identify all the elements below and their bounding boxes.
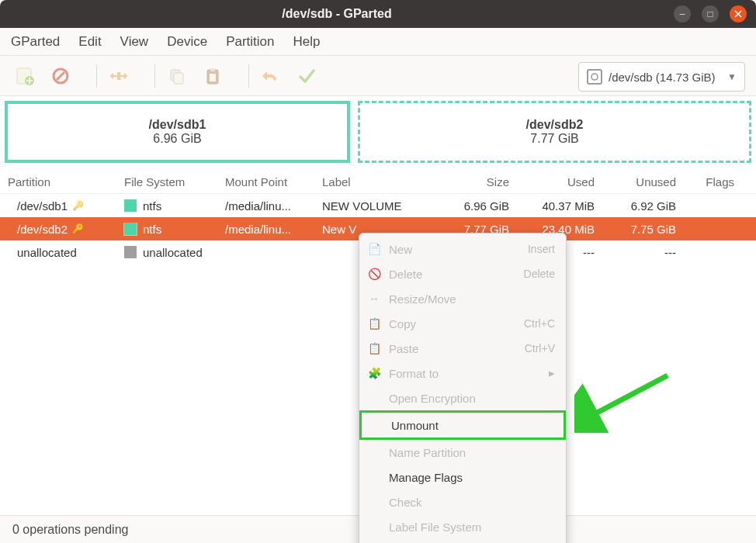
minimize-button[interactable]: – xyxy=(674,5,691,22)
col-unused[interactable]: Unused xyxy=(605,175,687,188)
diskmap-sdb1-name: /dev/sdb1 xyxy=(149,118,206,132)
menu-open-encryption: Open Encryption xyxy=(359,386,566,410)
menu-unmount[interactable]: Unmount xyxy=(359,410,566,440)
copy-icon: 📋 xyxy=(367,316,381,330)
menu-label-fs: Label File System xyxy=(359,514,566,539)
row1-partition: /dev/sdb2 xyxy=(17,223,68,236)
menu-resize: ↔Resize/Move xyxy=(359,286,566,311)
menu-format: 🧩Format to ▸ xyxy=(359,361,566,386)
svg-rect-6 xyxy=(174,73,183,84)
col-used[interactable]: Used xyxy=(520,175,605,188)
paste-icon: 📋 xyxy=(367,341,381,355)
col-size[interactable]: Size xyxy=(439,175,520,188)
menu-help[interactable]: Help xyxy=(293,34,321,50)
col-mount[interactable]: Mount Point xyxy=(217,175,314,188)
row0-fs: ntfs xyxy=(143,199,161,213)
menu-paste: 📋Paste Ctrl+V xyxy=(359,336,566,361)
accel: Ctrl+C xyxy=(524,317,555,330)
diskmap-sdb2-name: /dev/sdb2 xyxy=(526,118,584,132)
menu-partition[interactable]: Partition xyxy=(226,34,274,50)
delete-icon: 🚫 xyxy=(367,267,381,281)
window-title: /dev/sdb - GParted xyxy=(0,7,674,21)
svg-point-10 xyxy=(591,74,598,80)
svg-rect-4 xyxy=(117,72,120,80)
paste-icon[interactable] xyxy=(202,65,224,87)
row2-unused: --- xyxy=(605,246,687,259)
col-label[interactable]: Label xyxy=(314,175,439,188)
apply-icon[interactable] xyxy=(296,65,317,87)
diskmap-sdb1[interactable]: /dev/sdb1 6.96 GiB xyxy=(5,101,350,163)
menu-edit[interactable]: Edit xyxy=(78,34,101,50)
delete-icon[interactable] xyxy=(50,65,71,87)
row2-fs: unallocated xyxy=(143,246,203,259)
format-icon: 🧩 xyxy=(367,366,381,380)
menu-copy: 📋Copy Ctrl+C xyxy=(359,311,566,336)
resize-icon[interactable] xyxy=(108,65,130,87)
svg-rect-8 xyxy=(210,68,215,71)
menu-name-partition: Name Partition xyxy=(359,440,566,465)
accel: Delete xyxy=(524,268,555,280)
menu-check: Check xyxy=(359,489,566,514)
row0-mount: /media/linu... xyxy=(217,199,314,213)
row0-partition: /dev/sdb1 xyxy=(17,199,68,213)
submenu-arrow-icon: ▸ xyxy=(549,366,555,380)
svg-line-11 xyxy=(588,375,668,417)
titlebar: /dev/sdb - GParted – □ xyxy=(0,0,756,28)
menu-manage-flags[interactable]: Manage Flags xyxy=(359,465,566,489)
new-icon: 📄 xyxy=(367,242,381,256)
key-icon: 🔑 xyxy=(72,223,84,234)
accel: Insert xyxy=(528,243,555,255)
maximize-button[interactable]: □ xyxy=(702,5,719,22)
row1-mount: /media/linu... xyxy=(217,223,314,236)
chevron-down-icon: ▼ xyxy=(727,71,737,82)
toolbar: /dev/sdb (14.73 GiB) ▼ xyxy=(0,56,756,96)
row2-partition: unallocated xyxy=(17,246,77,259)
copy-icon[interactable] xyxy=(166,65,188,87)
undo-icon[interactable] xyxy=(260,65,282,87)
annotation-arrow xyxy=(574,371,675,433)
col-partition[interactable]: Partition xyxy=(0,175,116,188)
fs-swatch xyxy=(124,199,137,212)
context-menu: 📄New Insert 🚫Delete Delete ↔Resize/Move … xyxy=(359,233,567,543)
diskmap-sdb2[interactable]: /dev/sdb2 7.77 GiB xyxy=(358,101,751,163)
svg-rect-9 xyxy=(210,74,216,81)
menu-delete: 🚫Delete Delete xyxy=(359,261,566,286)
menu-new-uuid: New UUID xyxy=(359,539,566,543)
column-headers: Partition File System Mount Point Label … xyxy=(0,168,756,194)
status-text: 0 operations pending xyxy=(12,523,128,537)
row0-used: 40.37 MiB xyxy=(520,199,605,213)
col-flags[interactable]: Flags xyxy=(687,175,745,188)
key-icon: 🔑 xyxy=(72,200,84,211)
row0-unused: 6.92 GiB xyxy=(605,199,687,213)
device-label: /dev/sdb (14.73 GiB) xyxy=(609,71,716,84)
disk-icon xyxy=(587,69,602,85)
menu-gparted[interactable]: GParted xyxy=(11,34,60,50)
table-row[interactable]: /dev/sdb1 🔑 ntfs /media/linu... NEW VOLU… xyxy=(0,194,756,217)
accel: Ctrl+V xyxy=(525,342,555,355)
row1-unused: 7.75 GiB xyxy=(605,223,687,236)
row0-size: 6.96 GiB xyxy=(439,199,520,213)
menu-view[interactable]: View xyxy=(120,34,149,50)
menu-new: 📄New Insert xyxy=(359,237,566,261)
row0-label: NEW VOLUME xyxy=(314,199,439,213)
menu-device[interactable]: Device xyxy=(167,34,207,50)
resize-icon: ↔ xyxy=(367,292,381,306)
col-fs[interactable]: File System xyxy=(116,175,217,188)
fs-swatch xyxy=(124,223,137,235)
new-partition-icon[interactable] xyxy=(14,65,36,87)
diskmap-sdb2-size: 7.77 GiB xyxy=(530,132,578,146)
row1-fs: ntfs xyxy=(143,223,161,236)
menubar: GParted Edit View Device Partition Help xyxy=(0,28,756,56)
disk-map: /dev/sdb1 6.96 GiB /dev/sdb2 7.77 GiB xyxy=(0,96,756,168)
fs-swatch xyxy=(124,246,137,258)
device-selector[interactable]: /dev/sdb (14.73 GiB) ▼ xyxy=(578,62,745,92)
diskmap-sdb1-size: 6.96 GiB xyxy=(153,132,201,146)
close-button[interactable] xyxy=(730,5,747,22)
